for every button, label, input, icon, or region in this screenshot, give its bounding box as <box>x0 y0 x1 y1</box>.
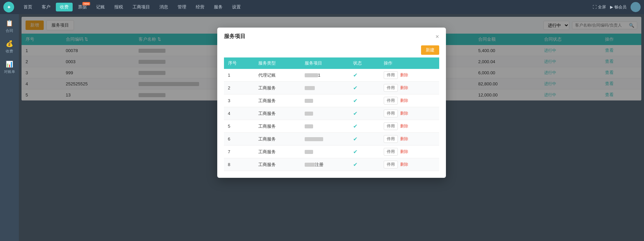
modal-cell-actions[interactable]: 停用 删除 <box>380 82 439 94</box>
modal-cell-type: 代理记账 <box>254 69 301 82</box>
modal-cell-seq: 5 <box>224 120 254 133</box>
nav-item-home[interactable]: 首页 <box>20 3 36 11</box>
modal-cell-actions[interactable]: 停用 删除 <box>380 133 439 146</box>
list-item: 3 工商服务 ✔ 停用 删除 <box>224 94 439 107</box>
sidebar-item-label: 合同 <box>6 28 13 33</box>
modal-col-type: 服务类型 <box>254 57 301 69</box>
modal-close-button[interactable]: × <box>435 34 439 40</box>
list-item: 1 代理记账 1 ✔ 停用 删除 <box>224 69 439 82</box>
modal-cell-type: 工商服务 <box>254 82 301 94</box>
modal-cell-actions[interactable]: 停用 删除 <box>380 69 439 82</box>
modal-cell-actions[interactable]: 停用 删除 <box>380 146 439 158</box>
modal-overlay: 服务项目 × 新建 序号 服务类型 服务项目 状态 <box>19 14 644 241</box>
sidebar-item-label: 对账单 <box>4 69 15 74</box>
user-avatar[interactable] <box>631 2 641 12</box>
modal-header: 服务项目 × <box>217 28 446 43</box>
modal-cell-type: 工商服务 <box>254 146 301 158</box>
modal-cell-status: ✔ <box>349 120 379 133</box>
modal-cell-status: ✔ <box>349 133 379 146</box>
modal-cell-item <box>301 120 349 133</box>
contract-icon: 📋 <box>6 19 13 27</box>
nav-item-settings[interactable]: 设置 <box>228 3 245 11</box>
nav-items: 首页 客户 收费 票据 new 记账 报税 工商项目 消息 管理 经营 服务 设… <box>20 3 593 11</box>
fullscreen-label: 全屏 <box>598 4 606 10</box>
nav-item-industry[interactable]: 工商项目 <box>128 3 154 11</box>
delete-button[interactable]: 删除 <box>400 98 408 103</box>
modal-cell-seq: 2 <box>224 82 254 94</box>
member-label: 畅会员 <box>614 4 627 10</box>
modal-cell-type: 工商服务 <box>254 158 301 171</box>
delete-button[interactable]: 删除 <box>400 162 408 167</box>
nav-item-manage[interactable]: 管理 <box>174 3 190 11</box>
modal-cell-type: 工商服务 <box>254 120 301 133</box>
left-sidebar: 📋 合同 💰 收费 📊 对账单 <box>0 14 19 241</box>
nav-item-client[interactable]: 客户 <box>38 3 54 11</box>
stop-button[interactable]: 停用 <box>384 71 398 79</box>
modal-cell-status: ✔ <box>349 107 379 120</box>
modal-new-button[interactable]: 新建 <box>421 45 439 55</box>
modal-cell-seq: 3 <box>224 94 254 107</box>
delete-button[interactable]: 删除 <box>400 73 408 77</box>
modal-cell-actions[interactable]: 停用 删除 <box>380 120 439 133</box>
delete-button[interactable]: 删除 <box>400 124 408 128</box>
modal-cell-status: ✔ <box>349 146 379 158</box>
sidebar-item-label: 收费 <box>6 49 13 54</box>
modal-col-seq: 序号 <box>224 57 254 69</box>
nav-item-message[interactable]: 消息 <box>155 3 172 11</box>
video-icon: ▶ <box>610 5 613 9</box>
modal-cell-actions[interactable]: 停用 删除 <box>380 158 439 171</box>
content-area: 新增 服务项目 进行中 已完成 已终止 🔍 <box>19 14 644 241</box>
modal-cell-seq: 1 <box>224 69 254 82</box>
service-table: 序号 服务类型 服务项目 状态 操作 1 代理记账 1 ✔ 停用 删除 <box>224 57 439 171</box>
nav-item-bill[interactable]: 票据 new <box>74 3 91 11</box>
modal-cell-seq: 4 <box>224 107 254 120</box>
fee-icon: 💰 <box>6 40 13 47</box>
stop-button[interactable]: 停用 <box>384 148 398 156</box>
modal-cell-item <box>301 133 349 146</box>
delete-button[interactable]: 删除 <box>400 149 408 154</box>
nav-item-service[interactable]: 服务 <box>210 3 227 11</box>
list-item: 8 工商服务 注册 ✔ 停用 删除 <box>224 158 439 171</box>
stop-button[interactable]: 停用 <box>384 135 398 143</box>
delete-button[interactable]: 删除 <box>400 85 408 90</box>
service-modal: 服务项目 × 新建 序号 服务类型 服务项目 状态 <box>217 28 446 178</box>
modal-title: 服务项目 <box>224 33 245 40</box>
modal-cell-item <box>301 94 349 107</box>
sidebar-item-contract[interactable]: 📋 合同 <box>0 17 19 36</box>
fullscreen-btn[interactable]: ⛶ 全屏 <box>593 4 606 10</box>
modal-cell-item: 1 <box>301 69 349 82</box>
stop-button[interactable]: 停用 <box>384 97 398 105</box>
stop-button[interactable]: 停用 <box>384 161 398 168</box>
modal-cell-status: ✔ <box>349 82 379 94</box>
modal-cell-actions[interactable]: 停用 删除 <box>380 94 439 107</box>
sidebar-item-fee[interactable]: 💰 收费 <box>0 37 19 56</box>
sidebar-item-reconcile[interactable]: 📊 对账单 <box>0 58 19 77</box>
delete-button[interactable]: 删除 <box>400 111 408 116</box>
nav-item-fee[interactable]: 收费 <box>56 3 73 11</box>
nav-item-bookkeeping[interactable]: 记账 <box>92 3 109 11</box>
top-nav: ✦ 首页 客户 收费 票据 new 记账 报税 工商项目 消息 管理 经营 服务… <box>0 0 644 14</box>
modal-cell-seq: 7 <box>224 146 254 158</box>
list-item: 5 工商服务 ✔ 停用 删除 <box>224 120 439 133</box>
list-item: 7 工商服务 ✔ 停用 删除 <box>224 146 439 158</box>
nav-item-tax[interactable]: 报税 <box>110 3 127 11</box>
modal-cell-status: ✔ <box>349 69 379 82</box>
modal-cell-item <box>301 146 349 158</box>
fullscreen-icon: ⛶ <box>593 5 597 9</box>
stop-button[interactable]: 停用 <box>384 84 398 92</box>
list-item: 4 工商服务 ✔ 停用 删除 <box>224 107 439 120</box>
member-btn[interactable]: ▶ 畅会员 <box>610 4 627 10</box>
modal-cell-type: 工商服务 <box>254 107 301 120</box>
stop-button[interactable]: 停用 <box>384 110 398 117</box>
stop-button[interactable]: 停用 <box>384 122 398 130</box>
delete-button[interactable]: 删除 <box>400 136 408 141</box>
list-item: 6 工商服务 ✔ 停用 删除 <box>224 133 439 146</box>
nav-item-operation[interactable]: 经营 <box>192 3 209 11</box>
modal-toolbar: 新建 <box>217 43 446 57</box>
modal-cell-actions[interactable]: 停用 删除 <box>380 107 439 120</box>
modal-col-status: 状态 <box>349 57 379 69</box>
modal-col-item: 服务项目 <box>301 57 349 69</box>
main-layout: 📋 合同 💰 收费 📊 对账单 新增 服务项目 进行中 已完成 已终止 <box>0 14 644 241</box>
modal-cell-status: ✔ <box>349 94 379 107</box>
modal-body[interactable]: 序号 服务类型 服务项目 状态 操作 1 代理记账 1 ✔ 停用 删除 <box>217 57 446 178</box>
